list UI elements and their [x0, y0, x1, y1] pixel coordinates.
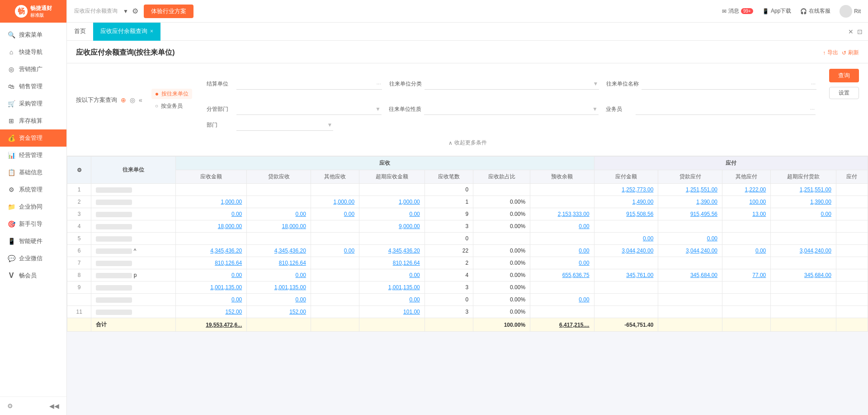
cell-ap_amount[interactable]: 915,508.56 [594, 208, 658, 220]
chevron-down-icon[interactable]: ▼ [123, 8, 128, 14]
filter-by-salesperson[interactable]: ○ 按业务员 [151, 101, 192, 111]
cell-ar_loan[interactable]: 4,345,436.20 [247, 245, 311, 257]
cell-ar_overdue[interactable]: 4,345,436.20 [359, 245, 425, 257]
cell-ar_overdue[interactable]: 1,001,135.00 [359, 281, 425, 294]
cell-ar_overdue[interactable]: 1,000.00 [359, 196, 425, 208]
cell-ap_loan[interactable]: 3,044,240.00 [658, 245, 722, 257]
cell-ar_loan[interactable]: 810,126.64 [247, 257, 311, 269]
cell-ap_loan[interactable]: 0.00 [658, 233, 722, 245]
cell-ar_prepaid[interactable]: 0.00 [530, 245, 594, 257]
filter-by-partner[interactable]: ● 按往来单位 [151, 89, 192, 99]
message-btn[interactable]: ✉ 消息 99+ [722, 7, 753, 15]
partner-nature-value[interactable] [425, 105, 592, 113]
cell-ap_overdue[interactable]: 0.00 [771, 208, 836, 220]
department-value[interactable] [237, 121, 327, 129]
cell-ap_other[interactable]: 0.00 [722, 245, 770, 257]
sidebar-item-sales[interactable]: 🛍 销售管理 [0, 78, 66, 95]
cell-ar_prepaid[interactable]: 0.00 [530, 220, 594, 233]
sidebar-item-inventory[interactable]: ⊞ 库存核算 [0, 112, 66, 129]
service-btn[interactable]: 🎧 在线客服 [800, 7, 830, 15]
cell-ar_loan[interactable]: 0.00 [247, 208, 311, 220]
cell-ar_amount[interactable]: 810,126.64 [176, 257, 247, 269]
cell-ar_overdue[interactable]: 810,126.64 [359, 257, 425, 269]
cell-ar_overdue[interactable]: 0.00 [359, 294, 425, 306]
cell-ar_amount[interactable]: 0.00 [176, 294, 247, 306]
sidebar-collapse-icon[interactable]: ◀◀ [49, 402, 59, 410]
cell-ap_overdue[interactable]: 1,251,551.00 [771, 184, 836, 196]
sidebar-item-marketing[interactable]: ◎ 营销推广 [0, 61, 66, 78]
cell-ar_amount[interactable]: 0.00 [176, 208, 247, 220]
cell-ar_amount[interactable]: 1,001,135.00 [176, 281, 247, 294]
sidebar-item-smart-hw[interactable]: 📱 智能硬件 [0, 233, 66, 250]
cell-ar_amount[interactable]: 1,000.00 [176, 196, 247, 208]
sidebar-settings-icon[interactable]: ⚙ [7, 402, 13, 410]
dots-3-icon[interactable]: ··· [810, 106, 815, 112]
user-area[interactable]: Rit [840, 5, 861, 18]
cell-ar_overdue[interactable]: 0.00 [359, 269, 425, 281]
settings-button[interactable]: 设置 [829, 87, 859, 99]
cell-ar_amount[interactable]: 4,345,436.20 [176, 245, 247, 257]
filter-collapse-icon[interactable]: « [139, 96, 142, 104]
gear-icon[interactable]: ⚙ [132, 7, 138, 15]
cell-ap_loan[interactable]: 915,495.56 [658, 208, 722, 220]
tab-home[interactable]: 首页 [67, 23, 93, 41]
cell-ar_loan[interactable]: 152.00 [247, 306, 311, 318]
sidebar-item-guide[interactable]: 🎯 新手引导 [0, 215, 66, 233]
sidebar-item-member[interactable]: V 畅会员 [0, 267, 66, 284]
sidebar-item-quick-nav[interactable]: ⌂ 快捷导航 [0, 43, 66, 61]
branch-dept-value[interactable] [237, 105, 375, 113]
cell-ap_loan[interactable]: 345,684.00 [658, 269, 722, 281]
cell-ap_overdue[interactable]: 345,684.00 [771, 269, 836, 281]
cell-ar_prepaid[interactable]: 655,636.75 [530, 269, 594, 281]
cell-ap_amount[interactable]: 345,761.00 [594, 269, 658, 281]
cell-ap_overdue[interactable]: 1,390.00 [771, 196, 836, 208]
collapse-btn[interactable]: ∧ 收起更多条件 [448, 139, 487, 147]
cell-ap_amount[interactable]: 0.00 [594, 233, 658, 245]
settlement-unit-value[interactable] [237, 80, 376, 87]
salesperson-value[interactable] [637, 105, 810, 113]
tab-close-window-icon[interactable]: ✕ [848, 28, 854, 35]
total-ar-amount[interactable]: 19,553,472,6... [176, 318, 247, 332]
sidebar-item-collab[interactable]: 📁 企业协同 [0, 198, 66, 215]
cell-ar_other[interactable]: 1,000.00 [311, 196, 359, 208]
cell-ar_amount[interactable]: 152.00 [176, 306, 247, 318]
cell-ar_prepaid[interactable]: 0.00 [530, 294, 594, 306]
cell-ap_other[interactable]: 13.00 [722, 208, 770, 220]
cell-ar_loan[interactable]: 0.00 [247, 269, 311, 281]
settings-col[interactable]: ⚙ [67, 157, 91, 184]
refresh-btn[interactable]: ↺ 刷新 [842, 49, 859, 57]
cell-ap_amount[interactable]: 1,490.00 [594, 196, 658, 208]
filter-target-icon[interactable]: ◎ [130, 96, 135, 104]
cell-ar_loan[interactable]: 18,000.00 [247, 220, 311, 233]
cell-ap_overdue[interactable]: 3,044,240.00 [771, 245, 836, 257]
tab-maximize-icon[interactable]: ⊡ [857, 28, 863, 35]
cell-ar_prepaid[interactable]: 2,153,333.00 [530, 208, 594, 220]
cell-ar_other[interactable]: 0.00 [311, 245, 359, 257]
query-button[interactable]: 查询 [829, 69, 859, 82]
cell-ar_overdue[interactable]: 101.00 [359, 306, 425, 318]
cell-ar_loan[interactable]: 0.00 [247, 294, 311, 306]
app-download-btn[interactable]: 📱 App下载 [762, 7, 791, 15]
sidebar-item-ops[interactable]: 📊 经营管理 [0, 147, 66, 164]
cell-ar_prepaid[interactable]: 0.00 [530, 257, 594, 269]
sidebar-item-system[interactable]: ⚙ 系统管理 [0, 181, 66, 198]
table-settings-icon[interactable]: ⚙ [77, 167, 82, 173]
export-btn[interactable]: ↑ 导出 [823, 49, 838, 57]
dots-icon[interactable]: ··· [377, 81, 381, 87]
cell-ap_other[interactable]: 100.00 [722, 196, 770, 208]
sidebar-item-purchase[interactable]: 🛒 采购管理 [0, 95, 66, 112]
sidebar-item-basic[interactable]: 📋 基础信息 [0, 164, 66, 181]
sidebar-item-wechat[interactable]: 💬 企业微信 [0, 250, 66, 267]
sidebar-item-finance[interactable]: 💰 资金管理 [0, 129, 66, 147]
cell-ar_overdue[interactable]: 9,000.00 [359, 220, 425, 233]
cell-ap_loan[interactable]: 1,251,551.00 [658, 184, 722, 196]
cell-ar_other[interactable]: 0.00 [311, 208, 359, 220]
partner-category-value[interactable] [425, 80, 593, 87]
cell-ar_overdue[interactable]: 0.00 [359, 208, 425, 220]
filter-add-btn[interactable]: ⊕ [121, 96, 126, 104]
tab-close-icon[interactable]: × [150, 28, 153, 34]
cell-ar_loan[interactable]: 1,001,135.00 [247, 281, 311, 294]
partner-name-value[interactable] [642, 80, 811, 87]
cell-ap_other[interactable]: 1,222.00 [722, 184, 770, 196]
total-ar-prepaid[interactable]: 6,417,215.... [530, 318, 594, 332]
